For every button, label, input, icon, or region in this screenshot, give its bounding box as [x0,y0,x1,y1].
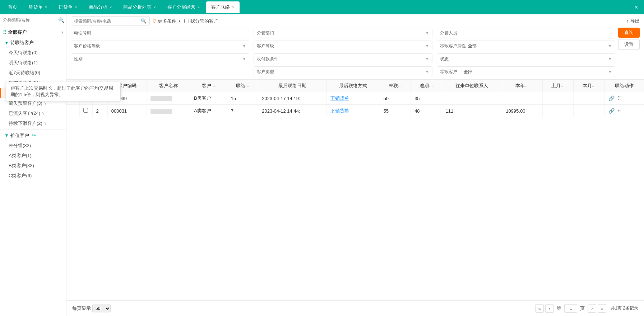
cell-name-1 [147,105,190,117]
row4-placeholder: ··· [71,66,249,77]
close-tab-product-analysis[interactable]: × [110,5,112,9]
sidebar-b-class[interactable]: B类客户(33) [0,161,66,171]
pending-contact-group[interactable]: ▼ 待联络客户 [0,38,66,48]
sidebar-search-icon[interactable]: 🔍 [58,17,64,23]
tooltip-box: 距客户上次交易时长，超过了此客户的平均交易周期的1.5倍，则视为异常。 [6,82,121,101]
price-grade-field[interactable]: 客户价格等级 ▼ [71,41,249,51]
sidebar-tomorrow-pending[interactable]: 明天待联络(1) [0,58,66,68]
cell-this-month-0 [574,92,605,105]
cell-name-0 [147,92,190,105]
more-dots-icon[interactable]: ··· [608,30,612,36]
sidebar-a-class[interactable]: A类客户(1) [0,151,66,161]
declining-hint-icon: ? [44,121,46,126]
collapse-sidebar-icon[interactable]: › [61,29,63,36]
sidebar-c-class[interactable]: C类客户(6) [0,171,66,181]
customer-table: ⚙ 客户编码 客户名称 客户. [66,80,644,117]
cell-overdue-1: 48 [411,105,442,117]
content-area: 🔍 ▽ 更多条件 ▲ 我分管的客户 ↑ 导出 [66,14,644,316]
main-search-input[interactable] [74,19,139,24]
chevron-down-icon-8: ▼ [425,70,429,74]
close-tab-purchase[interactable]: × [75,5,77,9]
tab-product-list[interactable]: 商品分析列表 × [118,1,161,13]
dept-field[interactable]: 分管部门 ▼ [254,28,432,38]
th-not-contact: 未联... [380,80,411,92]
chevron-down-icon-2: ▼ [242,44,246,48]
th-grade: 客户... [190,80,227,92]
chevron-up-icon: ▲ [178,19,181,23]
retail-customer-field[interactable]: 零散客户 全部 ▼ [437,66,615,77]
sidebar: 🔍 ⠿ 全部客户 › ▼ 待联络客户 今天待联络(0) 明天待联络(1) 近7天… [0,14,66,316]
chevron-down-icon-5: ▼ [242,57,246,61]
row-checkbox-1[interactable] [83,108,88,113]
link-action-icon-1[interactable]: 🔗 [608,108,615,114]
sidebar-unclassified[interactable]: 未分组(32) [0,141,66,151]
query-button[interactable]: 查询 [618,28,640,38]
payment-field[interactable]: 收付款条件 ▼ [254,53,432,64]
grid-action-icon-1[interactable]: ⠿ [617,108,621,114]
my-customers-checkbox[interactable]: 我分管的客户 [184,18,218,24]
cell-last-month-1 [542,105,574,117]
cell-contact-1: 7 [227,105,258,117]
cell-grade-1: A类客户 [190,105,227,117]
sidebar-today-pending[interactable]: 今天待联络(0) [0,48,66,58]
link-action-icon-0[interactable]: 🔗 [608,95,615,101]
sidebar-search-input[interactable] [3,18,57,23]
all-customers-header[interactable]: ⠿ 全部客户 › [0,26,66,38]
tab-purchase[interactable]: 进货单 × [54,1,82,13]
gender-field[interactable]: 性别 ▼ [71,53,249,64]
retail-attr-field[interactable]: 零散客户属性 全部 ▼ [437,41,615,51]
more-conditions-btn[interactable]: ▽ 更多条件 ▲ [153,18,181,24]
search-wrapper: 🔍 [71,16,150,25]
tab-product-analysis[interactable]: 商品分析 × [84,1,117,13]
tab-customer-contact[interactable]: 客户联络 × [206,1,239,13]
table-wrapper: ⚙ 客户编码 客户名称 客户. [66,80,644,117]
cell-unit-contact-0 [442,92,502,105]
cell-code-1: 000031 [107,105,147,117]
sidebar-already-lost[interactable]: 已流失客户(24) ? [0,108,66,118]
chevron-down-icon: ▼ [425,31,429,35]
tab-customer-segmentation[interactable]: 客户分层经营 × [162,1,205,13]
cell-last-method-1[interactable]: 下销货单 [326,105,380,117]
first-page-btn[interactable]: « [535,304,544,313]
phone-field[interactable]: 电话号码 [71,28,249,38]
customer-grade-field[interactable]: 客户等级 ▼ [254,41,432,51]
loss-hint-icon: ? [44,101,46,105]
my-customers-check[interactable] [184,19,189,23]
settings-button[interactable]: 设置 [618,39,640,50]
sidebar-7days-pending[interactable]: 近7天待联络(0) [0,68,66,78]
close-tab-sales[interactable]: × [45,5,47,9]
close-all-icon[interactable]: × [631,4,641,11]
sidebar-declining[interactable]: 持续下滑客户(2) ? [0,118,66,128]
prev-page-btn[interactable]: ‹ [545,304,554,313]
table-header-row: ⚙ 客户编码 客户名称 客户. [66,80,644,92]
cell-not-contact-0: 50 [380,92,411,105]
th-actions: 联络动作 [604,80,644,92]
grid-icon: ⠿ [3,30,6,35]
export-button[interactable]: ↑ 导出 [627,18,640,24]
chevron-down-icon-4: ▼ [608,44,612,48]
close-tab-product-list[interactable]: × [153,5,156,9]
filter-fields-grid: 电话号码 分管部门 ▼ 分管人员 ··· 客户 [71,28,615,77]
tab-home[interactable]: 首页 [3,1,22,13]
close-tab-segmentation[interactable]: × [198,5,200,9]
status-field[interactable]: 状态 ▼ [437,53,615,64]
th-name: 客户名称 [147,80,190,92]
cell-not-contact-1: 55 [380,105,411,117]
customer-type-field[interactable]: 客户类型 ▼ [254,66,432,77]
tab-sales-order[interactable]: 销货单 × [24,1,52,13]
filter-expanded: 电话号码 分管部门 ▼ 分管人员 ··· 客户 [71,28,640,77]
per-page-select[interactable]: 50 20 100 [92,305,111,312]
edit-group-icon[interactable]: ✏ [32,133,36,138]
value-customers-group[interactable]: ▼ 价值客户 ✏ [0,131,66,141]
last-page-btn[interactable]: » [598,304,606,313]
main-search-icon[interactable]: 🔍 [141,18,147,24]
manager-field[interactable]: 分管人员 ··· [437,28,615,38]
grid-action-icon-0[interactable]: ⠿ [617,95,621,101]
table-area: ⚙ 客户编码 客户名称 客户. [66,80,644,300]
next-page-btn[interactable]: › [588,304,596,313]
cell-last-method-0[interactable]: 下销货单 [326,92,380,105]
cell-check-1[interactable] [79,105,92,117]
filter-icon: ▽ [153,18,156,24]
page-input[interactable] [564,304,577,313]
close-tab-contact[interactable]: × [232,5,234,9]
